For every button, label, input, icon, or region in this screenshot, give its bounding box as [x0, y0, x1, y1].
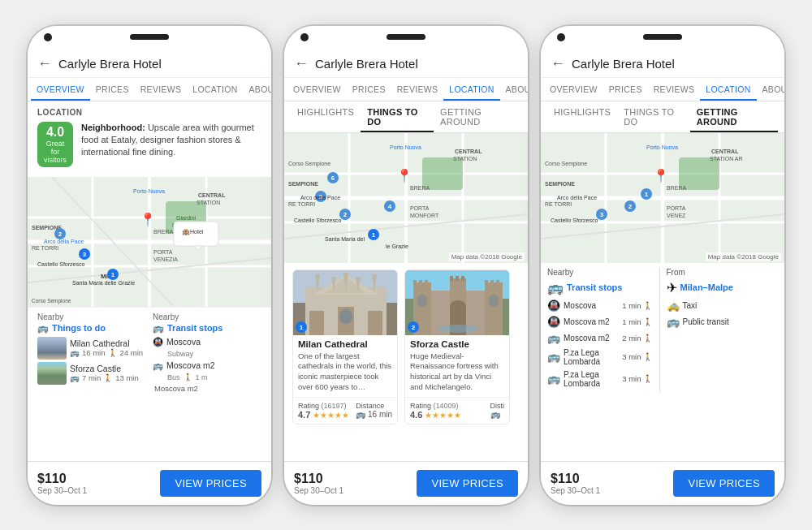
view-prices-btn-2[interactable]: VIEW PRICES	[417, 470, 518, 497]
svg-text:BRERA: BRERA	[410, 185, 430, 191]
subway-icon-ga-2: 🚇	[547, 316, 560, 328]
phone-speaker-2	[387, 34, 425, 40]
price-bar-2: $110 Sep 30–Oct 1 VIEW PRICES	[284, 461, 528, 505]
back-arrow-3[interactable]: ←	[551, 55, 565, 72]
svg-text:Castello Sforzesco: Castello Sforzesco	[294, 218, 341, 223]
transit-icon-1: 🚌	[37, 323, 49, 334]
transit-row-1: 🚇 Moscova	[153, 337, 261, 347]
transit-row-2: 🚌 Moscova m2	[153, 360, 261, 371]
svg-text:SEMPIONE: SEMPIONE	[288, 181, 318, 187]
card-castle[interactable]: 2 Sforza Castle Huge Medieval-Renaissanc…	[404, 269, 510, 424]
phone-2-content: ← Carlyle Brera Hotel OVERVIEW PRICES RE…	[284, 49, 528, 505]
subway-icon-1: 🚇	[153, 337, 163, 347]
tab-reviews-2[interactable]: REVIEWS	[391, 78, 444, 101]
sub-tabs-2: HIGHLIGHTS THINGS TO DO GETTING AROUND	[284, 101, 528, 133]
transit-type-1: Subway	[153, 350, 261, 358]
tab-location-3[interactable]: LOCATION	[700, 78, 756, 101]
tab-about-2[interactable]: ABOUT	[500, 78, 528, 101]
subtab-gettingaround-3[interactable]: GETTING AROUND	[690, 101, 778, 132]
svg-text:2: 2	[628, 203, 633, 210]
price-info-1: $110 Sep 30–Oct 1	[37, 472, 87, 495]
svg-text:Santa Maria del: Santa Maria del	[325, 236, 365, 242]
svg-rect-98	[456, 276, 459, 281]
map-svg-3: SEMPIONE RE TORRI CENTRAL STATION AR BRE…	[541, 133, 784, 263]
view-prices-btn-3[interactable]: VIEW PRICES	[673, 470, 775, 497]
subtab-thingstodo-2[interactable]: THINGS TO DO	[361, 101, 434, 132]
rating-label-1: Great	[44, 140, 67, 148]
rating-sublabel-1: for visitors	[44, 148, 67, 164]
tab-overview-1[interactable]: OVERVIEW	[31, 78, 90, 101]
main-tabs-3: OVERVIEW PRICES REVIEWS LOCATION ABOUT	[541, 78, 784, 101]
transit-icon-2: 🚌	[153, 323, 164, 334]
subtab-highlights-2[interactable]: HIGHLIGHTS	[291, 101, 361, 132]
svg-text:Hotel: Hotel	[190, 229, 204, 235]
tab-reviews-3[interactable]: REVIEWS	[648, 78, 701, 101]
tab-reviews-1[interactable]: REVIEWS	[135, 78, 188, 101]
ga-transport-public: 🚌 Public transit	[667, 316, 772, 328]
card-footer-cathedral: Rating (16197) 4.7 ★★★★★ Distance 🚌 16 m…	[293, 397, 397, 424]
hotel-name-1: Carlyle Brera Hotel	[58, 57, 162, 71]
nearby-label-1: Nearby	[37, 312, 146, 321]
tab-prices-2[interactable]: PRICES	[347, 78, 391, 101]
svg-text:3: 3	[600, 211, 604, 218]
castle-meta: 🚌 7 min 🚶 13 min	[70, 373, 139, 382]
card-distance-cathedral: Distance 🚌 16 min	[356, 401, 392, 419]
svg-text:6: 6	[331, 175, 335, 182]
view-prices-btn-1[interactable]: VIEW PRICES	[160, 470, 261, 497]
back-arrow-1[interactable]: ←	[37, 55, 52, 72]
castle-name: Sforza Castle	[70, 364, 139, 373]
svg-text:BRERA: BRERA	[153, 229, 173, 235]
card-desc-castle: Huge Medieval-Renaissance fortress with …	[410, 351, 504, 393]
tab-overview-2[interactable]: OVERVIEW	[287, 78, 347, 101]
map-svg-2: SEMPIONE RE TORRI CENTRAL STATION BRERA …	[284, 133, 528, 263]
svg-rect-94	[485, 280, 488, 285]
svg-text:2: 2	[58, 231, 63, 238]
card-rating-cathedral: Rating (16197) 4.7 ★★★★★	[298, 401, 349, 420]
dates-3: Sep 30–Oct 1	[551, 486, 600, 495]
tab-overview-3[interactable]: OVERVIEW	[544, 78, 603, 101]
tab-location-1[interactable]: LOCATION	[187, 78, 243, 101]
card-distance-castle: Disti 🚌	[490, 401, 505, 419]
neighborhood-text-1: Neighborhood: Upscale area with gourmet …	[81, 122, 261, 159]
ga-from-title: ✈ Milan–Malpe	[667, 280, 772, 295]
back-arrow-2[interactable]: ←	[294, 55, 309, 72]
svg-text:Corso Sempione: Corso Sempione	[545, 161, 587, 167]
map-area-3[interactable]: SEMPIONE RE TORRI CENTRAL STATION AR BRE…	[541, 133, 784, 263]
price-1: $110	[37, 472, 87, 486]
rating-score-1: 4.0	[44, 125, 67, 140]
price-info-2: $110 Sep 30–Oct 1	[294, 472, 343, 495]
transit-meta-2: Bus 🚶 1 m	[153, 373, 261, 381]
svg-text:3: 3	[83, 251, 87, 258]
price-bar-1: $110 Sep 30–Oct 1 VIEW PRICES	[28, 461, 271, 505]
tab-about-3[interactable]: ABOUT	[757, 78, 784, 101]
col-things-to-do: Nearby 🚌 Things to do Milan Cathedral 🚌 …	[37, 312, 146, 393]
svg-rect-81	[368, 311, 382, 335]
card-cathedral[interactable]: 1 Milan Cathedral One of the largest cat…	[292, 269, 398, 424]
header-1: ← Carlyle Brera Hotel	[28, 49, 271, 78]
ga-transit-col: Nearby 🚌 Transit stops 🚇 Moscova 1 min 🚶	[547, 268, 659, 392]
subtab-gettingaround-2[interactable]: GETTING AROUND	[434, 101, 521, 132]
phone-top-bar-1	[28, 26, 271, 49]
getting-around-section: Nearby 🚌 Transit stops 🚇 Moscova 1 min 🚶	[541, 263, 784, 397]
tab-about-1[interactable]: ABOUT	[244, 78, 271, 101]
svg-text:STATION: STATION	[197, 200, 220, 205]
svg-text:Arco della Pace: Arco della Pace	[44, 239, 84, 244]
svg-text:BRERA: BRERA	[667, 185, 686, 191]
map-area-1[interactable]: Giardini Pubblici Indro SEMPIONE RE TORR…	[28, 177, 271, 307]
subtab-thingstodo-3[interactable]: THINGS TO DO	[617, 101, 689, 132]
card-img-castle: 2	[405, 270, 510, 335]
subtab-highlights-3[interactable]: HIGHLIGHTS	[547, 101, 617, 132]
svg-text:STATION AR: STATION AR	[710, 156, 743, 162]
phone-camera-2	[300, 33, 309, 41]
tab-prices-3[interactable]: PRICES	[603, 78, 648, 101]
bus-icon-ga-5: 🚌	[547, 373, 560, 385]
rating-row-1: 4.0 Great for visitors Neighborhood: Ups…	[37, 122, 261, 167]
tab-prices-1[interactable]: PRICES	[90, 78, 135, 101]
svg-text:VENEZIA: VENEZIA	[153, 256, 178, 262]
price-bar-3: $110 Sep 30–Oct 1 VIEW PRICES	[541, 461, 784, 505]
ga-row-4: 🚌 P.za Lega Lombarda 3 min 🚶	[547, 348, 653, 366]
hotel-name-3: Carlyle Brera Hotel	[572, 57, 675, 71]
main-tabs-1: OVERVIEW PRICES REVIEWS LOCATION ABOUT	[28, 78, 271, 101]
map-area-2[interactable]: SEMPIONE RE TORRI CENTRAL STATION BRERA …	[284, 133, 528, 263]
tab-location-2[interactable]: LOCATION	[443, 78, 499, 101]
